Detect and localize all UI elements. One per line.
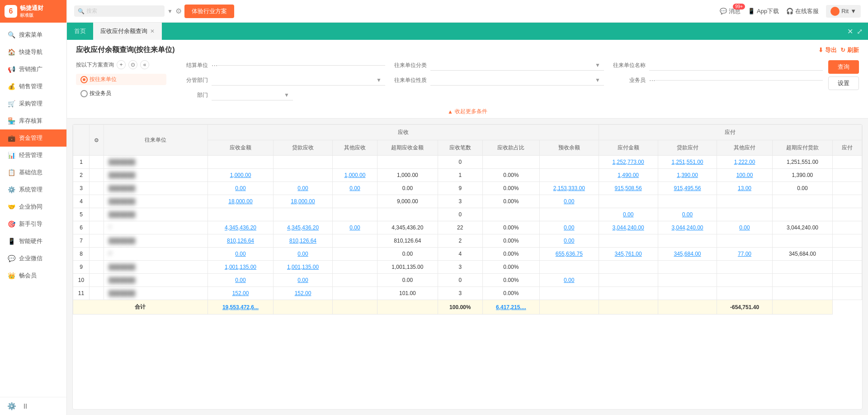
sidebar-item-management[interactable]: 📊 经营管理 xyxy=(0,147,66,164)
row-company: ███████ xyxy=(104,274,208,287)
notification-badge: 99+ xyxy=(733,4,745,10)
table-row: 10███████0.000.000.0000.00%0.00 xyxy=(73,274,862,287)
filter-unit-nature: 往来单位性质 ▼ xyxy=(394,75,604,86)
app-download-icon: 📱 xyxy=(748,8,755,14)
sidebar-collapse-icon[interactable]: ⏸ xyxy=(22,402,29,410)
th-pay-other: 其他应付 xyxy=(717,140,772,156)
vip-icon: 👑 xyxy=(7,272,15,280)
topbar-settings-icon[interactable]: ⚙ xyxy=(175,7,182,15)
sidebar-item-nav[interactable]: 🏠 快捷导航 xyxy=(0,43,66,61)
sidebar-item-guide[interactable]: 🎯 新手引导 xyxy=(0,215,66,233)
sidebar-item-hardware[interactable]: 📱 智能硬件 xyxy=(0,233,66,250)
filter-schema-btn[interactable]: ⊙ xyxy=(128,60,137,69)
th-pay-overdue: 超期应付货款 xyxy=(772,140,833,156)
sidebar-item-search[interactable]: 🔍 搜索菜单 xyxy=(0,26,66,43)
search-bar[interactable]: 🔍 搜索 xyxy=(74,5,165,17)
unit-category-select[interactable]: ▼ xyxy=(430,60,604,71)
refresh-btn[interactable]: ↻ 刷新 xyxy=(840,46,859,54)
query-btn[interactable]: 查询 xyxy=(828,60,859,74)
row-settings xyxy=(90,248,104,261)
tab-close-btn[interactable]: ✕ xyxy=(150,28,155,34)
sidebar-item-inventory[interactable]: 🏪 库存核算 xyxy=(0,112,66,129)
row-company: 7 xyxy=(104,221,208,234)
export-btn[interactable]: ⬇ 导出 xyxy=(818,46,837,54)
row-company: ███████ xyxy=(104,182,208,195)
table-row: 9███████1,001,135.001,001,135.001,001,13… xyxy=(73,261,862,274)
topbar-search-icon: 🔍 xyxy=(78,8,85,14)
row-company: ███████ xyxy=(104,208,208,221)
marketing-icon: 📢 xyxy=(7,65,15,73)
table-settings-icon[interactable]: ⚙ xyxy=(94,137,99,143)
radio-staff-icon xyxy=(80,90,88,97)
basic-icon: 📋 xyxy=(7,168,15,176)
sidebar-item-finance[interactable]: 💼 资金管理 xyxy=(0,129,66,147)
sidebar-item-marketing[interactable]: 📢 营销推广 xyxy=(0,61,66,78)
th-index xyxy=(73,125,90,156)
row-settings xyxy=(90,208,104,221)
row-company: ███████ xyxy=(104,261,208,274)
filter-by-unit[interactable]: 按往来单位 xyxy=(76,74,166,85)
sidebar-settings-icon[interactable]: ⚙️ xyxy=(7,402,16,410)
filter-add-btn[interactable]: + xyxy=(117,60,126,69)
tab-expand-icon[interactable]: ⤢ xyxy=(857,27,863,36)
th-settings[interactable]: ⚙ xyxy=(90,125,104,156)
row-settings xyxy=(90,234,104,248)
row-settings xyxy=(90,182,104,195)
row-settings xyxy=(90,287,104,300)
department-chevron: ▼ xyxy=(284,92,289,98)
filter-label: 按以下方案查询 xyxy=(76,61,114,69)
notification-btn[interactable]: 💬 消息 99+ xyxy=(720,7,741,15)
th-company: 往来单位 xyxy=(104,125,208,156)
settlement-unit-picker[interactable]: ··· xyxy=(212,62,217,70)
user-info[interactable]: Rit ▼ xyxy=(826,5,861,18)
row-company: ███████ xyxy=(104,195,208,208)
table-row: 4███████18,000.0018,000.009,000.0030.00%… xyxy=(73,195,862,208)
sidebar-item-wechat[interactable]: 💬 企业微信 xyxy=(0,250,66,267)
salesperson-picker[interactable]: ··· xyxy=(649,76,655,85)
th-pay-loan: 贷款应付 xyxy=(658,140,717,156)
table-row: 7███████810,126.64810,126.64810,126.6420… xyxy=(73,234,862,248)
th-recv-overdue: 超期应收金额 xyxy=(377,140,438,156)
unit-name-input[interactable] xyxy=(649,60,823,71)
notification-icon: 💬 xyxy=(720,8,727,14)
filter-collapse-btn[interactable]: « xyxy=(140,60,149,69)
sidebar-item-basic[interactable]: 📋 基础信息 xyxy=(0,164,66,181)
logo-subtitle: 标准版 xyxy=(20,12,43,19)
online-service-btn[interactable]: 🎧 在线客服 xyxy=(786,7,819,15)
th-recv-amount: 应收金额 xyxy=(208,140,273,156)
sidebar-item-sales[interactable]: 💰 销售管理 xyxy=(0,78,66,95)
th-pay-col: 应付 xyxy=(833,140,862,156)
filter-department: 部门 ▼ xyxy=(175,90,385,100)
sidebar-item-system[interactable]: ⚙️ 系统管理 xyxy=(0,181,66,198)
sidebar-item-purchase[interactable]: 🛒 采购管理 xyxy=(0,95,66,112)
inventory-icon: 🏪 xyxy=(7,117,15,125)
row-settings xyxy=(90,274,104,287)
system-icon: ⚙️ xyxy=(7,186,15,194)
sidebar-item-collab[interactable]: 🤝 企业协同 xyxy=(0,198,66,215)
footer-pay-overdue: -654,751.40 xyxy=(717,300,772,315)
refresh-icon: ↻ xyxy=(840,47,845,53)
unit-nature-select[interactable]: ▼ xyxy=(430,75,604,86)
collapse-more-btn[interactable]: ▲ 收起更多条件 xyxy=(76,105,859,118)
filter-by-staff[interactable]: 按业务员 xyxy=(76,88,166,99)
hardware-icon: 📱 xyxy=(7,237,15,245)
dept-managed-select[interactable]: ▼ xyxy=(212,75,385,86)
demo-btn[interactable]: 体验行业方案 xyxy=(184,5,234,18)
dept-managed-chevron: ▼ xyxy=(376,77,382,83)
th-recv-count: 应收笔数 xyxy=(438,140,482,156)
table-row: 8P0.000.000.0040.00%655,636.75345,761.00… xyxy=(73,248,862,261)
tab-close-all-icon[interactable]: ✕ xyxy=(847,27,853,36)
sidebar-item-vip[interactable]: 👑 畅会员 xyxy=(0,267,66,284)
tab-home[interactable]: 首页 xyxy=(67,23,93,40)
filter-settlement-unit: 结算单位 ··· xyxy=(175,60,385,71)
app-download-btn[interactable]: 📱 App下载 xyxy=(748,7,779,15)
tab-query[interactable]: 应收应付余额查询 ✕ xyxy=(93,23,162,40)
th-recv-ratio: 应收款占比 xyxy=(482,140,539,156)
filter-salesperson: 业务员 ··· xyxy=(613,75,823,86)
row-company: ███████ xyxy=(104,156,208,169)
row-settings xyxy=(90,195,104,208)
topbar-dropdown-icon[interactable]: ▼ xyxy=(167,8,173,14)
settings-btn[interactable]: 设置 xyxy=(828,76,859,90)
department-select[interactable]: ▼ xyxy=(212,90,293,100)
collab-icon: 🤝 xyxy=(7,203,15,211)
